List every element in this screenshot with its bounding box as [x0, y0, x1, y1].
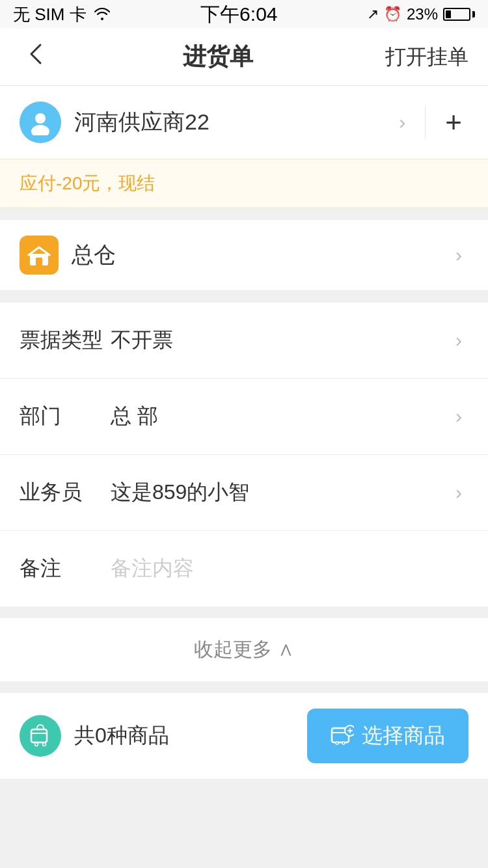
department-row[interactable]: 部门 总 部 › — [0, 379, 488, 455]
svg-rect-3 — [36, 258, 42, 265]
invoice-type-value: 不开票 — [104, 326, 455, 355]
remark-row[interactable]: 备注 备注内容 — [0, 531, 488, 606]
department-chevron-icon: › — [455, 405, 462, 427]
nav-bar: 进货单 打开挂单 — [0, 29, 488, 86]
status-left: 无 SIM 卡 — [13, 3, 111, 26]
notice-bar: 应付-20元，现结 — [0, 159, 488, 208]
svg-point-8 — [336, 742, 338, 744]
warehouse-name: 总仓 — [72, 240, 455, 270]
status-bar: 无 SIM 卡 下午6:04 ↗ ⏰ 23% — [0, 0, 488, 29]
invoice-type-row[interactable]: 票据类型 不开票 › — [0, 303, 488, 379]
wifi-icon — [93, 5, 111, 25]
notice-text: 应付-20元，现结 — [20, 173, 155, 193]
invoice-type-chevron-icon: › — [455, 329, 462, 351]
carrier-label: 无 SIM 卡 — [13, 3, 87, 26]
salesperson-value: 这是859的小智 — [104, 478, 455, 507]
department-value: 总 部 — [104, 402, 455, 431]
svg-point-1 — [31, 125, 49, 135]
back-button[interactable] — [20, 33, 51, 81]
open-pending-button[interactable]: 打开挂单 — [385, 43, 468, 72]
salesperson-row[interactable]: 业务员 这是859的小智 › — [0, 455, 488, 531]
svg-rect-4 — [31, 729, 47, 742]
location-icon: ↗ — [367, 6, 379, 23]
battery-label: 23% — [407, 5, 438, 23]
main-content: 河南供应商22 › + 应付-20元，现结 总仓 › 票据类型 不开票 › — [0, 86, 488, 868]
svg-point-6 — [43, 743, 46, 746]
warehouse-icon — [20, 236, 59, 275]
remark-input[interactable]: 备注内容 — [104, 554, 468, 583]
form-section: 票据类型 不开票 › 部门 总 部 › 业务员 这是859的小智 › 备注 备注… — [0, 303, 488, 606]
divider — [425, 106, 426, 139]
warehouse-row[interactable]: 总仓 › — [0, 220, 488, 291]
collapse-button[interactable]: 收起更多 ∧ — [0, 618, 488, 681]
page-title: 进货单 — [183, 41, 253, 73]
status-right: ↗ ⏰ 23% — [367, 5, 475, 23]
supplier-name: 河南供应商22 — [74, 107, 399, 137]
invoice-type-label: 票据类型 — [20, 326, 104, 355]
svg-point-5 — [35, 743, 38, 746]
supplier-section: 河南供应商22 › + 应付-20元，现结 — [0, 86, 488, 208]
salesperson-chevron-icon: › — [455, 481, 462, 504]
remark-label: 备注 — [20, 554, 104, 583]
battery-indicator — [443, 8, 475, 21]
time-label: 下午6:04 — [200, 1, 277, 28]
supplier-chevron-icon: › — [399, 111, 405, 133]
product-section: 共0种商品 选择商品 — [0, 693, 488, 779]
select-product-button[interactable]: 选择商品 — [307, 709, 468, 763]
svg-point-9 — [342, 742, 345, 744]
product-count-label: 共0种商品 — [74, 722, 307, 750]
product-cart-icon — [20, 715, 61, 757]
warehouse-chevron-icon: › — [455, 244, 462, 266]
salesperson-label: 业务员 — [20, 478, 104, 507]
svg-point-0 — [35, 113, 46, 124]
department-label: 部门 — [20, 402, 104, 431]
alarm-icon: ⏰ — [384, 6, 401, 23]
supplier-row[interactable]: 河南供应商22 › + — [0, 86, 488, 159]
collapse-label: 收起更多 ∧ — [194, 636, 293, 663]
supplier-avatar — [20, 102, 61, 143]
select-product-label: 选择商品 — [362, 722, 445, 750]
add-button[interactable]: + — [439, 106, 468, 139]
